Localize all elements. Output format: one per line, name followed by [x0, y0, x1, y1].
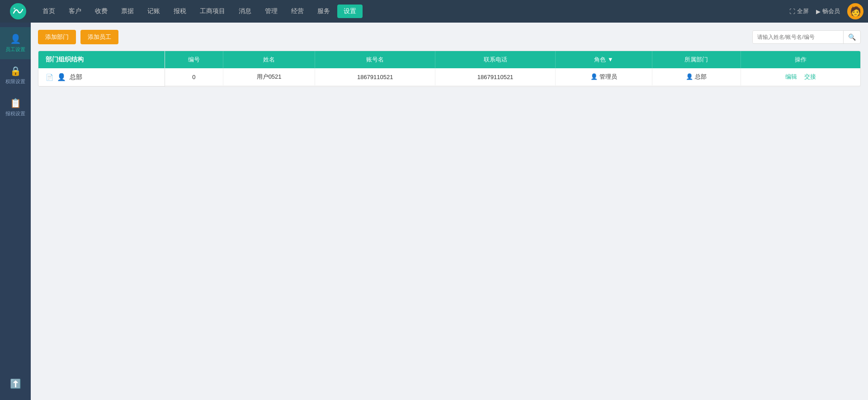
logo-icon — [10, 3, 26, 19]
col-header-actions: 操作 — [741, 51, 860, 68]
permissions-icon: 🔒 — [10, 66, 21, 76]
cell-id: 0 — [165, 68, 223, 86]
nav-item-home[interactable]: 首页 — [36, 5, 61, 18]
taxsettings-icon: 📋 — [10, 98, 21, 108]
logo — [5, 3, 32, 19]
nav-item-service[interactable]: 服务 — [311, 5, 336, 18]
table-panel: 编号 姓名 账号名 联系电话 角色 ▼ 所属部门 操作 0 用户0521 18 — [165, 51, 860, 86]
cell-account: 18679110521 — [315, 68, 435, 86]
search-box: 🔍 — [752, 30, 861, 44]
toolbar: 添加部门 添加员工 🔍 — [38, 30, 861, 44]
sidebar-item-taxsettings[interactable]: 📋 报税设置 — [0, 91, 31, 123]
tree-item-headquarters[interactable]: 📄 👤 总部 — [38, 68, 165, 86]
add-staff-button[interactable]: 添加员工 — [80, 30, 118, 44]
employee-icon: 👤 — [10, 33, 21, 44]
cell-name: 用户0521 — [223, 68, 315, 86]
vip-btn[interactable]: ▶ 畅会员 — [816, 7, 840, 15]
fullscreen-label: 全屏 — [797, 7, 809, 15]
avatar[interactable]: 🧑 — [847, 3, 863, 19]
svg-point-1 — [14, 8, 15, 9]
tree-user-icon: 👤 — [57, 73, 66, 81]
col-header-name: 姓名 — [223, 51, 315, 68]
dept-user-icon: 👤 — [686, 73, 693, 80]
nav-item-tax[interactable]: 报税 — [167, 5, 193, 18]
fullscreen-icon: ⛶ — [789, 8, 795, 15]
cell-actions: 编辑 交接 — [741, 68, 860, 86]
nav-item-message[interactable]: 消息 — [232, 5, 258, 18]
handover-link[interactable]: 交接 — [804, 73, 816, 80]
nav-item-operation[interactable]: 经营 — [285, 5, 310, 18]
nav-right: ⛶ 全屏 ▶ 畅会员 🧑 — [789, 3, 863, 19]
col-header-dept: 所属部门 — [652, 51, 741, 68]
nav-item-client[interactable]: 客户 — [62, 5, 88, 18]
sidebar-label-permissions: 权限设置 — [5, 78, 25, 85]
search-icon: 🔍 — [848, 33, 856, 41]
upload-icon: ⬆️ — [10, 378, 21, 389]
vip-label: 畅会员 — [822, 7, 840, 15]
search-input[interactable] — [753, 31, 843, 43]
cell-phone: 18679110521 — [435, 68, 556, 86]
add-dept-button[interactable]: 添加部门 — [38, 30, 76, 44]
nav-item-manage[interactable]: 管理 — [259, 5, 284, 18]
edit-link[interactable]: 编辑 — [785, 73, 797, 80]
cell-dept: 👤总部 — [652, 68, 741, 86]
top-nav: 首页 客户 收费 票据 记账 报税 工商项目 消息 管理 经营 服务 设置 ⛶ … — [0, 0, 868, 23]
table-row: 0 用户0521 18679110521 18679110521 👤管理员 👤总… — [165, 68, 860, 86]
col-header-role[interactable]: 角色 ▼ — [556, 51, 652, 68]
sidebar-item-permissions[interactable]: 🔒 权限设置 — [0, 59, 31, 91]
tree-panel: 部门组织结构 📄 👤 总部 — [38, 51, 165, 86]
sidebar-label-employee: 员工设置 — [5, 46, 25, 53]
sidebar-bottom: ⬆️ — [10, 372, 21, 400]
sidebar: 👤 员工设置 🔒 权限设置 📋 报税设置 ⬆️ — [0, 23, 31, 400]
col-header-id: 编号 — [165, 51, 223, 68]
nav-item-ticket[interactable]: 票据 — [115, 5, 140, 18]
employee-table: 编号 姓名 账号名 联系电话 角色 ▼ 所属部门 操作 0 用户0521 18 — [165, 51, 860, 86]
search-button[interactable]: 🔍 — [843, 31, 860, 43]
col-header-phone: 联系电话 — [435, 51, 556, 68]
nav-item-settings[interactable]: 设置 — [337, 5, 363, 18]
sidebar-item-upload[interactable]: ⬆️ — [10, 372, 21, 395]
nav-item-bookkeeping[interactable]: 记账 — [141, 5, 166, 18]
fullscreen-btn[interactable]: ⛶ 全屏 — [789, 7, 809, 15]
nav-items: 首页 客户 收费 票据 记账 报税 工商项目 消息 管理 经营 服务 设置 — [36, 5, 789, 18]
sidebar-label-taxsettings: 报税设置 — [5, 110, 25, 117]
col-header-account: 账号名 — [315, 51, 435, 68]
nav-item-fee[interactable]: 收费 — [89, 5, 114, 18]
sidebar-item-employee[interactable]: 👤 员工设置 — [0, 27, 31, 59]
content-area: 部门组织结构 📄 👤 总部 编号 姓名 账号名 联系电话 — [38, 51, 861, 87]
role-user-icon: 👤 — [590, 73, 598, 80]
main-content: 添加部门 添加员工 🔍 部门组织结构 📄 👤 总部 — [31, 23, 868, 400]
nav-item-commerce[interactable]: 工商项目 — [193, 5, 231, 18]
tree-header: 部门组织结构 — [38, 51, 165, 68]
video-icon: ▶ — [816, 8, 821, 15]
cell-role: 👤管理员 — [556, 68, 652, 86]
tree-item-label: 总部 — [70, 73, 82, 81]
file-icon: 📄 — [46, 74, 53, 81]
layout: 👤 员工设置 🔒 权限设置 📋 报税设置 ⬆️ 添加部门 添加员工 🔍 — [0, 23, 868, 400]
